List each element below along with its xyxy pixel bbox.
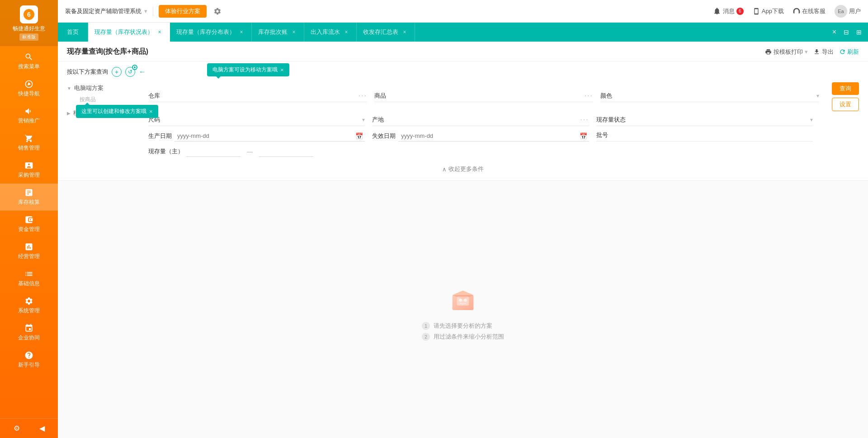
filter-fields: 仓库 ··· 商品 ··· 颜色 ▾ xyxy=(148,82,859,157)
query-btn[interactable]: 查询 xyxy=(832,82,859,95)
warehouse-field: 仓库 ··· xyxy=(148,92,367,102)
page-title: 现存量查询(按仓库+商品) xyxy=(67,47,148,57)
tooltip2-close-icon[interactable]: × xyxy=(149,108,153,115)
tab-close-collect[interactable]: × xyxy=(401,28,408,36)
svg-point-4 xyxy=(459,298,462,301)
collapse-up-icon: ∧ xyxy=(442,166,447,173)
sidebar-item-inventory[interactable]: 库存核算 xyxy=(0,184,58,211)
logo-text: 畅捷通好生意 xyxy=(13,25,45,33)
tab-expand-btn[interactable]: ⊞ xyxy=(854,27,864,38)
collapse-sidebar-icon[interactable]: ◀ xyxy=(39,424,45,433)
settings-gear-icon[interactable] xyxy=(212,6,223,17)
sidebar-item-newbie[interactable]: 新手引导 xyxy=(0,346,58,373)
avatar: Ea xyxy=(835,5,847,18)
color-field: 颜色 ▾ xyxy=(600,92,819,102)
sidebar-item-finance[interactable]: 资金管理 xyxy=(0,211,58,238)
tab-inventory-dist[interactable]: 现存量（库存分布表） × xyxy=(170,23,252,42)
tab-close-all-btn[interactable]: × xyxy=(830,26,839,38)
tab-inventory-status[interactable]: 现存量（库存状况表） × xyxy=(88,23,170,42)
origin-field: 产地 ··· xyxy=(372,116,589,126)
refresh-btn[interactable]: 刷新 xyxy=(839,48,859,56)
tab-bar-right: × ⊟ ⊞ xyxy=(830,26,868,38)
sidebar-item-purchase[interactable]: 采购管理 xyxy=(0,156,58,184)
goods-dots[interactable]: ··· xyxy=(585,92,593,100)
sidebar-bottom: ⚙ ◀ xyxy=(0,418,58,438)
filter-add-btn[interactable]: + xyxy=(112,67,122,77)
tab-close-batch[interactable]: × xyxy=(290,28,297,36)
user-btn[interactable]: Ea 用户 xyxy=(835,5,861,18)
mobile-icon xyxy=(753,8,760,15)
online-service-btn[interactable]: 在线客服 xyxy=(793,7,826,15)
tab-close-inventory-dist[interactable]: × xyxy=(238,28,245,36)
tab-batch[interactable]: 库存批次账 × xyxy=(252,23,304,42)
sidebar-item-quick-nav[interactable]: 快捷导航 xyxy=(0,75,58,102)
filter-row-1: 仓库 ··· 商品 ··· 颜色 ▾ xyxy=(148,82,859,111)
app-download-btn[interactable]: App下载 xyxy=(753,7,784,15)
inventory-status-label: 现存量状态 xyxy=(596,116,626,124)
sidebar-label-newbie: 新手引导 xyxy=(18,361,40,369)
filter-row-2: 尺码 ▾ 产地 ··· 现存量状态 ▾ xyxy=(148,116,859,126)
expiry-date-input[interactable] xyxy=(398,131,577,141)
sidebar-item-sales[interactable]: 销售管理 xyxy=(0,129,58,156)
notifications-btn[interactable]: 消息 6 xyxy=(713,7,744,15)
collapse-row[interactable]: ∧ 收起更多条件 xyxy=(67,160,859,175)
tab-close-inout[interactable]: × xyxy=(343,28,350,36)
origin-dots[interactable]: ··· xyxy=(580,116,589,124)
sidebar-item-enterprise[interactable]: 企业协同 xyxy=(0,319,58,346)
sidebar-label-finance: 资金管理 xyxy=(18,226,40,233)
sidebar-item-system[interactable]: 系统管理 xyxy=(0,292,58,319)
settings-icon[interactable]: ⚙ xyxy=(14,424,20,433)
sidebar-item-operation[interactable]: 经营管理 xyxy=(0,238,58,265)
filter-header: 按以下方案查询 + ↺ ← 电脑方案可设为移动方案哦 × xyxy=(67,67,859,77)
sidebar-item-base[interactable]: 基础信息 xyxy=(0,265,58,292)
prod-date-label: 生产日期 xyxy=(148,132,172,140)
color-label: 颜色 xyxy=(600,92,612,100)
size-dropdown-icon[interactable]: ▾ xyxy=(362,117,365,123)
color-dropdown-icon[interactable]: ▾ xyxy=(816,93,819,99)
desktop-scheme-item[interactable]: ▼ 电脑端方案 xyxy=(67,82,148,94)
tab-close-inventory-status[interactable]: × xyxy=(156,28,163,36)
size-field: 尺码 ▾ xyxy=(148,116,365,126)
content-actions: 按模板打印 ▾ 导出 刷新 xyxy=(765,48,859,56)
prod-date-cal-icon[interactable]: 📅 xyxy=(354,132,365,140)
app-header: 装备及固定资产辅助管理系统 ▾ 体验行业方案 消息 6 App下载 在线客服 E… xyxy=(58,0,868,23)
filter-refresh-btn[interactable]: ↺ xyxy=(125,67,135,77)
system-dropdown-icon[interactable]: ▾ xyxy=(144,8,147,14)
sidebar-label-purchase: 采购管理 xyxy=(18,171,40,179)
tab-home[interactable]: 首页 xyxy=(58,23,88,42)
content-header: 现存量查询(按仓库+商品) 按模板打印 ▾ 导出 刷新 xyxy=(58,42,868,61)
tab-inout[interactable]: 出入库流水 × xyxy=(304,23,357,42)
batch-no-label: 批号 xyxy=(596,131,608,139)
svg-text:6: 6 xyxy=(27,11,31,18)
empty-state: 1 请先选择要分析的方案 2 用过滤条件来缩小分析范围 xyxy=(58,181,868,438)
warehouse-dots[interactable]: ··· xyxy=(359,92,367,100)
header-right: 消息 6 App下载 在线客服 Ea 用户 xyxy=(713,5,861,18)
set-btn[interactable]: 设置 xyxy=(832,98,859,111)
tooltip1-close-icon[interactable]: × xyxy=(280,66,284,73)
bell-icon xyxy=(713,7,721,15)
print-btn[interactable]: 按模板打印 ▾ xyxy=(765,48,808,56)
inventory-status-dropdown-icon[interactable]: ▾ xyxy=(810,117,813,123)
filter-row-4: 现存量（主） — xyxy=(148,146,859,157)
inventory-main-to[interactable] xyxy=(259,146,313,157)
industry-btn[interactable]: 体验行业方案 xyxy=(159,5,207,18)
sidebar-label-search: 搜索菜单 xyxy=(18,63,40,71)
wallet-icon xyxy=(24,215,33,224)
notifications-badge: 6 xyxy=(736,8,744,15)
warehouse-label: 仓库 xyxy=(148,92,160,100)
sidebar-item-search[interactable]: 搜索菜单 xyxy=(0,48,58,75)
scheme-arrow-icon: ▼ xyxy=(67,86,71,91)
expiry-date-label: 失效日期 xyxy=(372,132,396,140)
sidebar: 6 畅捷通好生意 标准版 搜索菜单 快捷导航 营销推广 销售管理 采购管理 库存… xyxy=(0,0,58,438)
prod-date-input[interactable] xyxy=(175,131,354,141)
tab-window-btn[interactable]: ⊟ xyxy=(841,27,852,38)
export-btn[interactable]: 导出 xyxy=(813,48,834,56)
inventory-main-from[interactable] xyxy=(186,146,241,157)
expiry-date-cal-icon[interactable]: 📅 xyxy=(578,132,589,140)
tab-collect[interactable]: 收发存汇总表 × xyxy=(357,23,415,42)
filter-arrow-btn[interactable]: ← xyxy=(139,68,146,76)
tab-bar: 首页 现存量（库存状况表） × 现存量（库存分布表） × 库存批次账 × 出入库… xyxy=(58,23,868,42)
sidebar-item-marketing[interactable]: 营销推广 xyxy=(0,102,58,129)
compass-icon xyxy=(24,80,33,89)
sidebar-label-operation: 经营管理 xyxy=(18,253,40,260)
